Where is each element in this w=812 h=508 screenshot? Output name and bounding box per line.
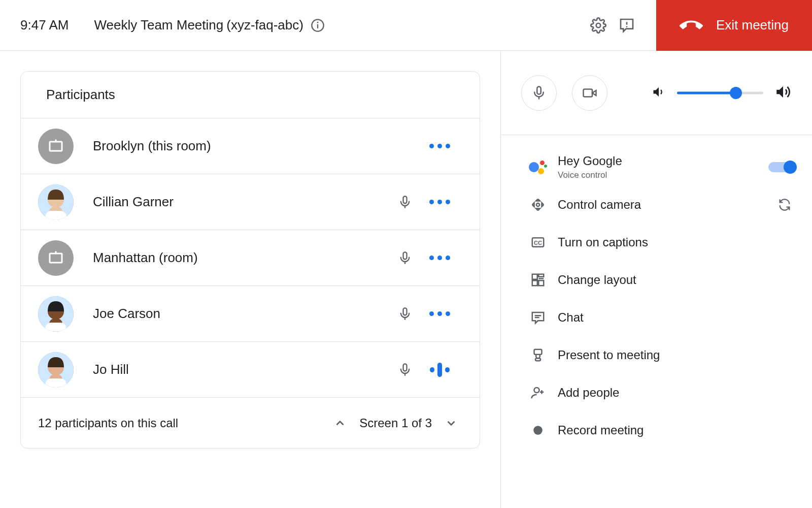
participant-name: Manhattan (room) (93, 250, 393, 266)
svg-rect-21 (45, 323, 66, 332)
feedback-icon[interactable] (613, 11, 641, 40)
av-controls-bar (501, 51, 812, 135)
pager-label: Screen 1 of 3 (359, 416, 432, 430)
participant-name: Cillian Garner (93, 194, 393, 210)
svg-point-34 (536, 203, 539, 206)
captions-icon: CC (518, 235, 558, 250)
svg-rect-16 (403, 252, 407, 259)
meeting-code: (xyz-faq-abc) (226, 17, 303, 33)
participant-row: Joe Carson (21, 285, 480, 341)
settings-icon[interactable] (584, 11, 613, 40)
add-people-icon (518, 385, 558, 400)
svg-point-5 (626, 26, 628, 27)
svg-rect-22 (403, 308, 407, 315)
pager-prev-button[interactable] (329, 412, 351, 434)
svg-rect-39 (538, 278, 544, 279)
option-label: Control camera (558, 198, 774, 212)
avatar (38, 184, 74, 220)
options-panel: Hey Google Voice control Control cameraC… (501, 135, 812, 462)
participants-footer: 12 participants on this call Screen 1 of… (21, 397, 480, 448)
participant-more-button[interactable] (417, 363, 462, 377)
participant-more-button[interactable] (417, 256, 462, 260)
participants-heading: Participants (21, 72, 480, 118)
option-add-people[interactable]: Add people (513, 374, 800, 411)
option-label: Turn on captions (558, 235, 795, 249)
speaking-indicator (430, 363, 450, 377)
participant-more-button[interactable] (417, 200, 462, 204)
option-label: Change layout (558, 273, 795, 287)
camera-control-icon (518, 197, 558, 212)
participant-name: Jo Hill (93, 362, 393, 377)
svg-rect-45 (535, 358, 540, 361)
avatar (38, 296, 74, 332)
option-layout[interactable]: Change layout (513, 261, 800, 299)
option-label: Record meeting (558, 423, 795, 437)
svg-rect-11 (45, 211, 66, 220)
hangup-icon (680, 14, 703, 37)
participant-row: Cillian Garner (21, 174, 480, 230)
exit-meeting-button[interactable]: Exit meeting (656, 0, 812, 51)
svg-rect-28 (403, 364, 407, 371)
camera-toggle[interactable] (572, 75, 607, 111)
option-present[interactable]: Present to meeting (513, 336, 800, 374)
option-record[interactable]: Record meeting (513, 411, 800, 449)
chat-icon (518, 310, 558, 325)
participants-card: Participants Brooklyn (this room) Cillia… (20, 71, 480, 449)
participant-row: Jo Hill (21, 341, 480, 397)
option-label: Hey Google (558, 154, 768, 168)
svg-rect-14 (50, 253, 62, 263)
svg-rect-40 (532, 280, 537, 285)
option-voice-control[interactable]: Hey Google Voice control (513, 148, 800, 186)
svg-text:CC: CC (534, 240, 542, 246)
mic-icon[interactable] (393, 307, 417, 321)
info-icon[interactable] (311, 18, 325, 33)
svg-rect-38 (538, 274, 544, 277)
present-icon (518, 347, 558, 363)
option-captions[interactable]: CCTurn on captions (513, 224, 800, 261)
record-icon (518, 423, 558, 438)
svg-rect-44 (534, 350, 542, 355)
mic-icon[interactable] (393, 251, 417, 265)
clock-time: 9:47 AM (20, 17, 69, 33)
participant-row: Manhattan (room) (21, 230, 480, 285)
header-bar: 9:47 AM Weekly Team Meeting (xyz-faq-abc… (0, 0, 812, 51)
participant-name: Brooklyn (this room) (93, 138, 393, 154)
google-assistant-icon (518, 158, 558, 176)
svg-rect-27 (45, 378, 66, 388)
participant-more-button[interactable] (417, 144, 462, 148)
voice-control-toggle[interactable] (768, 162, 795, 172)
participant-row: Brooklyn (this room) (21, 118, 480, 174)
svg-point-46 (534, 388, 539, 393)
option-label: Chat (558, 310, 795, 325)
microphone-toggle[interactable] (521, 75, 557, 111)
volume-low-icon (652, 85, 666, 101)
svg-point-49 (533, 426, 543, 435)
room-icon (38, 240, 74, 276)
svg-rect-12 (403, 196, 407, 203)
option-label: Add people (558, 386, 795, 400)
sync-icon[interactable] (774, 198, 795, 212)
volume-slider[interactable] (677, 87, 763, 99)
mic-icon[interactable] (393, 363, 417, 377)
mic-icon[interactable] (393, 195, 417, 209)
svg-point-3 (596, 23, 601, 27)
participant-name: Joe Carson (93, 306, 393, 322)
svg-rect-30 (537, 86, 541, 94)
exit-meeting-label: Exit meeting (716, 17, 789, 33)
participant-more-button[interactable] (417, 311, 462, 316)
pager-next-button[interactable] (440, 412, 462, 434)
participants-count: 12 participants on this call (38, 416, 178, 430)
avatar (38, 352, 74, 388)
svg-rect-6 (50, 142, 62, 151)
svg-point-2 (317, 21, 319, 23)
svg-rect-41 (538, 280, 544, 285)
svg-rect-32 (584, 89, 593, 97)
option-chat[interactable]: Chat (513, 299, 800, 336)
volume-high-icon (774, 83, 792, 103)
layout-icon (518, 272, 558, 288)
svg-rect-37 (532, 274, 537, 279)
option-camera-control[interactable]: Control camera (513, 186, 800, 224)
room-icon (38, 129, 74, 164)
option-subtitle: Voice control (558, 170, 768, 180)
option-label: Present to meeting (558, 348, 795, 362)
